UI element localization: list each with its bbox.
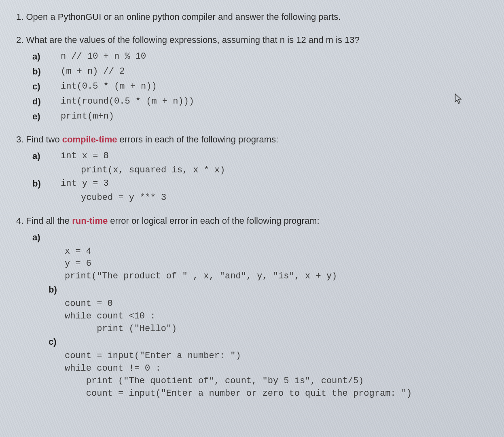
q1-text: Open a PythonGUI or an online python com… — [26, 12, 341, 22]
q2-c-code: int(0.5 * (m + n)) — [61, 80, 157, 93]
q4-number: 4. — [16, 216, 26, 226]
q4-b-line2: while count <10 : — [65, 310, 488, 323]
q4-a-line3: print("The product of " , x, "and", y, "… — [65, 270, 488, 283]
q2-item-d: d) int(round(0.5 * (m + n))) — [32, 95, 488, 108]
document-content: 1. Open a PythonGUI or an online python … — [16, 10, 488, 400]
q3-a-label: a) — [32, 149, 61, 163]
q2-item-a: a) n // 10 + n % 10 — [32, 50, 488, 63]
q3-text-post: errors in each of the following programs… — [117, 134, 278, 144]
q3-text-pre: Find two — [26, 134, 62, 144]
q4-c-line2: while count != 0 : — [65, 363, 488, 375]
q4-b-label: b) — [49, 283, 65, 296]
q4-sublist: a) x = 4 y = 6 print("The product of " ,… — [32, 231, 488, 400]
q4-text-post: error or logical error in each of the fo… — [108, 216, 319, 226]
q4-c-label: c) — [49, 335, 65, 348]
q3-text-bold: compile-time — [62, 134, 117, 144]
q2-d-code: int(round(0.5 * (m + n))) — [61, 95, 194, 108]
q1-number: 1. — [16, 12, 26, 22]
q3-a-line2: print(x, squared is, x * x) — [81, 164, 488, 177]
q4-a-line2: y = 6 — [65, 258, 488, 270]
q2-number: 2. — [16, 35, 26, 45]
q4-item-c: c) — [32, 335, 488, 348]
q3-number: 3. — [16, 134, 26, 144]
q2-e-code: print(m+n) — [61, 110, 114, 123]
question-4: 4. Find all the run-time error or logica… — [16, 214, 488, 400]
q2-text: What are the values of the following exp… — [26, 35, 359, 45]
q3-b-line2: ycubed = y *** 3 — [81, 192, 488, 204]
q4-c-line3: print ("The quotient of", count, "by 5 i… — [65, 375, 488, 388]
q4-text-pre: Find all the — [26, 216, 72, 226]
q3-a-line1: int x = 8 — [61, 149, 109, 163]
q2-item-c: c) int(0.5 * (m + n)) — [32, 80, 488, 93]
q2-a-label: a) — [32, 50, 61, 63]
q4-item-a: a) — [32, 231, 488, 244]
q2-b-label: b) — [32, 65, 61, 78]
q4-a-line1: x = 4 — [65, 246, 488, 258]
q3-b-label: b) — [32, 177, 61, 190]
q2-d-label: d) — [32, 95, 61, 108]
q4-c-line1: count = input("Enter a number: ") — [65, 350, 488, 363]
q2-e-label: e) — [32, 110, 61, 123]
q3-item-a: a) int x = 8 — [32, 149, 488, 163]
question-3: 3. Find two compile-time errors in each … — [16, 133, 488, 204]
q4-a-label: a) — [32, 231, 61, 244]
cursor-icon — [454, 93, 464, 106]
q2-item-b: b) (m + n) // 2 — [32, 65, 488, 78]
q4-c-line4: count = input("Enter a number or zero to… — [65, 388, 488, 400]
q2-b-code: (m + n) // 2 — [61, 65, 125, 78]
question-2: 2. What are the values of the following … — [16, 33, 488, 123]
q3-b-line1: int y = 3 — [61, 177, 109, 190]
q2-c-label: c) — [32, 80, 61, 93]
q2-a-code: n // 10 + n % 10 — [61, 50, 146, 63]
q4-b-line1: count = 0 — [65, 298, 488, 310]
q4-text-bold: run-time — [72, 216, 108, 226]
q3-sublist: a) int x = 8 print(x, squared is, x * x)… — [32, 149, 488, 204]
q4-b-line3: print ("Hello") — [65, 323, 488, 335]
q2-sublist: a) n // 10 + n % 10 b) (m + n) // 2 c) i… — [32, 50, 488, 123]
q3-item-b: b) int y = 3 — [32, 177, 488, 190]
q2-item-e: e) print(m+n) — [32, 110, 488, 123]
q4-item-b: b) — [32, 283, 488, 296]
question-1: 1. Open a PythonGUI or an online python … — [16, 10, 488, 23]
